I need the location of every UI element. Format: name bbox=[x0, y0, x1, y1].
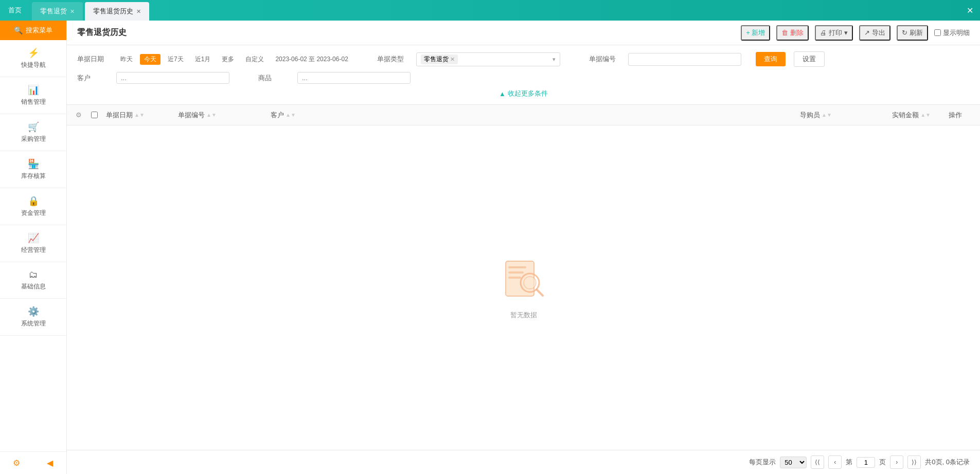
select-all-checkbox[interactable] bbox=[91, 112, 98, 118]
display-toggle[interactable]: 显示明细 bbox=[934, 28, 970, 38]
main-layout: 🔍 搜索菜单 ⚡ 快捷导航 📊 销售管理 🛒 采购管理 🏪 库存核算 🔒 资金管… bbox=[0, 21, 980, 474]
date-btn-last1month[interactable]: 近1月 bbox=[191, 54, 215, 65]
setting-button[interactable]: 设置 bbox=[794, 51, 825, 67]
last-page-icon: ⟩⟩ bbox=[912, 459, 917, 466]
basic-info-icon: 🗂 bbox=[29, 269, 38, 280]
doc-no-label: 单据编号 bbox=[589, 54, 620, 64]
svg-point-5 bbox=[524, 277, 536, 289]
sidebar-item-basic-info[interactable]: 🗂 基础信息 bbox=[0, 262, 66, 299]
print-button[interactable]: 🖨 打印 ▾ bbox=[815, 25, 853, 41]
customer-text-input[interactable] bbox=[121, 74, 207, 82]
refresh-button[interactable]: ↻ 刷新 bbox=[897, 25, 928, 41]
sidebar-item-ops-mgmt[interactable]: 📈 经营管理 bbox=[0, 225, 66, 262]
svg-line-6 bbox=[537, 289, 543, 296]
col-header-doc-no[interactable]: 单据编号 ▲▼ bbox=[174, 111, 266, 120]
col-header-customer[interactable]: 客户 ▲▼ bbox=[266, 111, 796, 120]
date-range-value: 2023-06-02 至 2023-06-02 bbox=[275, 55, 348, 64]
query-button[interactable]: 查询 bbox=[756, 52, 786, 66]
customer-input[interactable] bbox=[116, 72, 229, 84]
tab-retail-return-close[interactable]: ✕ bbox=[70, 8, 75, 15]
select-all-checkbox-cell[interactable] bbox=[86, 112, 102, 118]
tab-home[interactable]: 首页 bbox=[0, 0, 30, 21]
svg-rect-2 bbox=[508, 271, 524, 274]
gear-icon: ⚙ bbox=[13, 458, 20, 468]
next-page-icon: › bbox=[896, 459, 898, 466]
col-header-date[interactable]: 单据日期 ▲▼ bbox=[102, 111, 174, 120]
col-header-action: 操作 bbox=[935, 111, 976, 120]
table-area: ⚙ 单据日期 ▲▼ 单据编号 ▲▼ 客户 ▲▼ 导购员 bbox=[67, 105, 980, 450]
date-btn-custom[interactable]: 自定义 bbox=[241, 54, 268, 65]
display-toggle-checkbox[interactable] bbox=[934, 29, 941, 36]
empty-text: 暂无数据 bbox=[510, 311, 537, 320]
date-btn-today[interactable]: 今天 bbox=[140, 54, 161, 65]
first-page-btn[interactable]: ⟨⟨ bbox=[811, 455, 824, 469]
sidebar-bottom: ⚙ ◀ bbox=[0, 451, 66, 474]
delete-button[interactable]: 🗑 删除 bbox=[776, 25, 809, 41]
tab-retail-return-history-label: 零售退货历史 bbox=[93, 7, 133, 16]
close-icon: ✕ bbox=[967, 6, 973, 15]
tab-retail-return[interactable]: 零售退货 ✕ bbox=[32, 2, 83, 21]
tab-retail-return-history-close[interactable]: ✕ bbox=[136, 8, 141, 15]
prev-page-btn[interactable]: ‹ bbox=[828, 455, 842, 469]
sidebar-collapse-btn[interactable]: ◀ bbox=[33, 452, 67, 474]
date-btn-last7[interactable]: 近7天 bbox=[164, 54, 188, 65]
date-btn-yesterday[interactable]: 昨天 bbox=[116, 54, 137, 65]
col-header-guide[interactable]: 导购员 ▲▼ bbox=[796, 111, 873, 120]
date-options: 昨天 今天 近7天 近1月 更多 自定义 2023-06-02 至 2023-0… bbox=[116, 54, 348, 65]
finance-icon: 🔒 bbox=[28, 195, 39, 207]
collapse-button[interactable]: ▲ 收起更多条件 bbox=[499, 89, 548, 98]
page-title: 零售退货历史 bbox=[77, 27, 127, 38]
svg-rect-3 bbox=[508, 277, 521, 279]
sidebar-item-quick-nav[interactable]: ⚡ 快捷导航 bbox=[0, 40, 66, 77]
sidebar-item-inventory-label: 库存核算 bbox=[21, 172, 46, 180]
doc-type-dropdown-arrow-icon: ▾ bbox=[553, 56, 556, 63]
sidebar-item-quick-nav-label: 快捷导航 bbox=[21, 61, 46, 69]
tab-retail-return-history[interactable]: 零售退货历史 ✕ bbox=[85, 2, 149, 21]
filter-area: 单据日期 昨天 今天 近7天 近1月 更多 自定义 2023-06-02 至 2… bbox=[67, 45, 980, 105]
sidebar-search[interactable]: 🔍 搜索菜单 bbox=[0, 21, 66, 40]
sidebar-item-inventory-check[interactable]: 🏪 库存核算 bbox=[0, 151, 66, 188]
first-page-icon: ⟨⟨ bbox=[815, 459, 820, 466]
page-label-prefix: 第 bbox=[846, 458, 852, 467]
svg-rect-1 bbox=[508, 266, 526, 268]
column-settings-btn[interactable]: ⚙ bbox=[71, 111, 86, 119]
window-close-button[interactable]: ✕ bbox=[959, 0, 980, 21]
col-action-label: 操作 bbox=[949, 111, 962, 120]
col-header-amount[interactable]: 实销金额 ▲▼ bbox=[873, 111, 935, 120]
col-guide-sort-icon: ▲▼ bbox=[822, 113, 832, 118]
date-btn-more[interactable]: 更多 bbox=[218, 54, 238, 65]
col-customer-label: 客户 bbox=[271, 111, 284, 120]
doc-type-tag-remove[interactable]: ✕ bbox=[450, 56, 455, 63]
collapse-up-icon: ▲ bbox=[499, 90, 506, 98]
total-info: 共0页, 0条记录 bbox=[925, 458, 970, 467]
last-page-btn[interactable]: ⟩⟩ bbox=[907, 455, 921, 469]
prev-page-icon: ‹ bbox=[834, 459, 836, 466]
doc-type-input[interactable]: 零售退货 ✕ ▾ bbox=[416, 52, 560, 66]
page-size-select[interactable]: 10 20 50 100 bbox=[780, 457, 807, 468]
sidebar-settings-btn[interactable]: ⚙ bbox=[0, 452, 33, 474]
tab-retail-return-label: 零售退货 bbox=[40, 7, 67, 16]
gear-settings-icon: ⚙ bbox=[76, 111, 82, 119]
goods-text-input[interactable] bbox=[302, 74, 388, 82]
sidebar-item-sales-mgmt[interactable]: 📊 销售管理 bbox=[0, 77, 66, 114]
quick-nav-icon: ⚡ bbox=[28, 47, 39, 59]
goods-input[interactable] bbox=[297, 72, 411, 84]
print-arrow-icon: ▾ bbox=[844, 29, 848, 37]
doc-type-label: 单据类型 bbox=[377, 54, 408, 64]
next-page-btn[interactable]: › bbox=[890, 455, 903, 469]
col-customer-sort-icon: ▲▼ bbox=[286, 113, 296, 118]
current-page-input[interactable] bbox=[857, 457, 875, 468]
sidebar-item-system-mgmt[interactable]: ⚙️ 系统管理 bbox=[0, 299, 66, 336]
col-date-sort-icon: ▲▼ bbox=[134, 113, 145, 118]
filter-row-1: 单据日期 昨天 今天 近7天 近1月 更多 自定义 2023-06-02 至 2… bbox=[77, 51, 970, 67]
sidebar-item-sales-label: 销售管理 bbox=[21, 98, 46, 106]
sidebar-item-purchase-mgmt[interactable]: 🛒 采购管理 bbox=[0, 114, 66, 151]
doc-no-input[interactable] bbox=[628, 53, 741, 66]
sidebar-search-label: 搜索菜单 bbox=[26, 26, 52, 35]
sales-icon: 📊 bbox=[28, 84, 39, 96]
collapse-label: 收起更多条件 bbox=[508, 89, 548, 98]
col-amount-label: 实销金额 bbox=[892, 111, 919, 120]
new-button[interactable]: + 新增 bbox=[741, 25, 770, 41]
export-button[interactable]: ↗ 导出 bbox=[859, 25, 890, 41]
sidebar-item-finance-mgmt[interactable]: 🔒 资金管理 bbox=[0, 188, 66, 225]
